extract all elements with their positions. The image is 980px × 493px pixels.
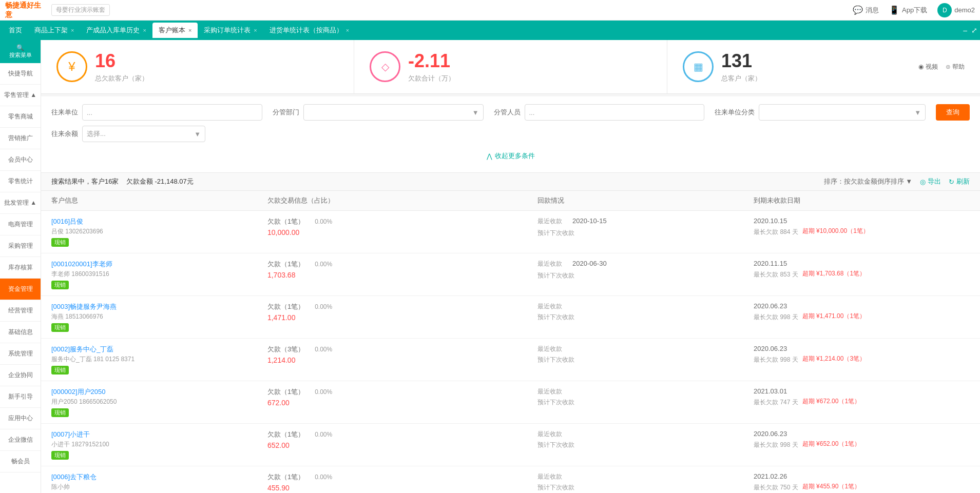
return-label-0: 最近收款 xyxy=(537,217,562,227)
debt-amount-3: 1,214.00 xyxy=(267,356,304,364)
search-button[interactable]: 查询 xyxy=(936,104,970,121)
sidebar-item-operation[interactable]: 经营管理 xyxy=(0,300,41,322)
return-label-6: 最近收款 xyxy=(537,472,562,481)
sidebar-app-center-label: 应用中心 xyxy=(8,415,33,422)
video-btn[interactable]: ◉ 视频 xyxy=(918,63,937,71)
sort-selector[interactable]: 排序：按欠款金额倒序排序 ▼ xyxy=(824,177,913,186)
return-info-0: 最近收款 2020-10-15 xyxy=(537,217,754,227)
sidebar-item-purchase[interactable]: 采购管理 xyxy=(0,235,41,257)
sidebar-operation-label: 经营管理 xyxy=(8,307,33,314)
message-btn[interactable]: 💬 消息 xyxy=(853,5,879,15)
sidebar-item-ecommerce[interactable]: 电商管理 xyxy=(0,214,41,235)
tab-product-shelf-close[interactable]: × xyxy=(71,27,74,33)
supplier-input[interactable]: ... xyxy=(82,104,262,121)
export-label: 导出 xyxy=(928,177,941,186)
debt-cell-6: 欠款（1笔） 455.90 0.00% xyxy=(267,472,537,493)
export-btn[interactable]: ◎ 导出 xyxy=(920,177,941,186)
debt-amount-6: 455.90 xyxy=(267,484,304,492)
sidebar-item-basic-info[interactable]: 基础信息 xyxy=(0,322,41,343)
tab-purchase-stats-close[interactable]: × xyxy=(346,27,349,33)
tab-purchase-order[interactable]: 采购订单统计表 × xyxy=(198,23,263,38)
balance-select-placeholder: 选择... xyxy=(87,129,106,139)
sidebar-item-retail-stats[interactable]: 零售统计 xyxy=(0,171,41,192)
tab-purchase-stats[interactable]: 进货单统计表（按商品） × xyxy=(263,23,355,38)
refresh-btn[interactable]: ↻ 刷新 xyxy=(949,177,970,186)
sidebar-item-enterprise-wechat[interactable]: 企业微信 xyxy=(0,429,41,451)
overdue-link-2[interactable]: 超期 ¥1,471.00（1笔） xyxy=(802,312,866,322)
sidebar-item-inventory[interactable]: 库存核算 xyxy=(0,257,41,279)
person-input[interactable]: ... xyxy=(525,104,705,121)
balance-dropdown-icon: ▼ xyxy=(194,130,201,138)
customer-name-2[interactable]: [0003]畅捷服务尹海燕 xyxy=(51,303,117,310)
debt-cell-2: 欠款（1笔） 1,471.00 0.00% xyxy=(267,302,537,324)
tab-home[interactable]: 首页 xyxy=(3,23,28,38)
debt-percent-2: 0.00% xyxy=(315,303,332,310)
customer-name-3[interactable]: [0002]服务中心_丁磊 xyxy=(51,345,113,353)
tab-product-history[interactable]: 产成品入库单历史 × xyxy=(80,23,152,38)
customer-name-5[interactable]: [0007]小进干 xyxy=(51,430,90,438)
sidebar-item-retail-store[interactable]: 零售商城 xyxy=(0,106,41,128)
overdue-link-3[interactable]: 超期 ¥1,214.00（3笔） xyxy=(802,354,866,364)
date-cell-4: 2021.03.01 最长欠款 747 天 超期 ¥672.00（1笔） xyxy=(754,387,970,407)
app-download-btn[interactable]: 📱 App下载 xyxy=(889,5,927,15)
user-menu[interactable]: D demo2 xyxy=(937,3,975,17)
return-cell-0: 最近收款 2020-10-15 预计下次收款 xyxy=(537,217,754,238)
debt-count-4: 欠款（1笔） xyxy=(267,387,304,397)
help-btn[interactable]: ⊙ 帮助 xyxy=(946,63,965,71)
customer-name-0[interactable]: [0016]吕俊 xyxy=(51,218,83,225)
sidebar-item-batch-mgmt[interactable]: 批发管理 ▲ xyxy=(0,192,41,214)
total-icon-circle: ▦ xyxy=(683,51,714,82)
return-info-4: 最近收款 xyxy=(537,387,754,396)
collapse-bar[interactable]: ⋀ 收起更多条件 xyxy=(51,147,970,165)
table-row: [0003]畅捷服务尹海燕 海燕 18513066976 现销 欠款（1笔） 1… xyxy=(41,296,980,339)
tab-maximize-icon[interactable]: ⤢ xyxy=(971,26,977,34)
overdue-days-0: 最长欠款 884 天 xyxy=(754,228,798,236)
sidebar-item-system[interactable]: 系统管理 xyxy=(0,343,41,365)
sidebar-item-vip-member[interactable]: 畅会员 xyxy=(0,451,41,472)
sidebar-item-retail-mgmt[interactable]: 零售管理 ▲ xyxy=(0,85,41,106)
return-next-3: 预计下次收款 xyxy=(537,356,754,364)
return-next-0: 预计下次收款 xyxy=(537,229,754,238)
sidebar-item-app-center[interactable]: 应用中心 xyxy=(0,408,41,429)
dept-select[interactable]: ▼ xyxy=(303,104,484,121)
tab-customer-account[interactable]: 客户账本 × xyxy=(152,23,198,38)
customer-cell-4: [000002]用户2050 用户2050 18665062050 现销 xyxy=(51,387,267,417)
tab-product-history-close[interactable]: × xyxy=(143,27,146,33)
sidebar-quick-nav[interactable]: 快捷导航 xyxy=(0,63,41,85)
debt-count-6: 欠款（1笔） xyxy=(267,472,304,482)
overdue-link-6[interactable]: 超期 ¥455.90（1笔） xyxy=(802,482,860,492)
tab-product-shelf[interactable]: 商品上下架 × xyxy=(28,23,80,38)
overdue-link-1[interactable]: 超期 ¥1,703.68（1笔） xyxy=(802,269,866,279)
tab-minimize-icon[interactable]: – xyxy=(963,26,967,34)
sidebar-search[interactable]: 🔍 搜索菜单 xyxy=(0,40,41,63)
overdue-icon-circle: ¥ xyxy=(56,51,87,82)
overdue-days-1: 最长欠款 853 天 xyxy=(754,270,798,279)
overdue-link-0[interactable]: 超期 ¥10,000.00（1笔） xyxy=(802,227,869,236)
customer-name-1[interactable]: [0001020001]李老师 xyxy=(51,260,112,268)
overdue-link-5[interactable]: 超期 ¥652.00（1笔） xyxy=(802,440,860,449)
category-select[interactable]: ▼ xyxy=(759,104,926,121)
debt-row-1: 欠款（1笔） 1,703.68 0.00% xyxy=(267,260,537,281)
sidebar-enterprise-wechat-label: 企业微信 xyxy=(8,436,33,443)
overdue-info-4: 最长欠款 747 天 超期 ¥672.00（1笔） xyxy=(754,397,970,407)
tab-purchase-order-close[interactable]: × xyxy=(254,27,257,33)
tab-purchase-order-label: 采购订单统计表 xyxy=(204,26,251,35)
video-label: 视频 xyxy=(926,63,938,70)
sidebar: 🔍 搜索菜单 快捷导航 零售管理 ▲ 零售商城 营销推广 会员中心 xyxy=(0,40,41,493)
customer-name-4[interactable]: [000002]用户2050 xyxy=(51,388,106,396)
logo-area: 畅捷通好生意 xyxy=(5,1,46,19)
balance-select[interactable]: 选择... ▼ xyxy=(82,126,205,142)
sidebar-item-newbie[interactable]: 新手引导 xyxy=(0,386,41,408)
tab-customer-account-close[interactable]: × xyxy=(188,27,191,33)
overdue-date-5: 2020.06.23 xyxy=(754,430,970,438)
customer-name-6[interactable]: [0006]去下粮仓 xyxy=(51,473,97,481)
sidebar-item-enterprise-collab[interactable]: 企业协同 xyxy=(0,365,41,386)
debt-amount-5: 652.00 xyxy=(267,441,304,449)
col-header-date: 到期未收款日期 xyxy=(754,196,970,205)
sidebar-item-marketing[interactable]: 营销推广 xyxy=(0,128,41,149)
sidebar-item-member[interactable]: 会员中心 xyxy=(0,149,41,171)
overdue-date-4: 2021.03.01 xyxy=(754,387,970,395)
sidebar-item-finance[interactable]: 资金管理 xyxy=(0,279,41,300)
overdue-link-4[interactable]: 超期 ¥672.00（1笔） xyxy=(802,397,860,407)
debt-row-6: 欠款（1笔） 455.90 0.00% xyxy=(267,472,537,493)
